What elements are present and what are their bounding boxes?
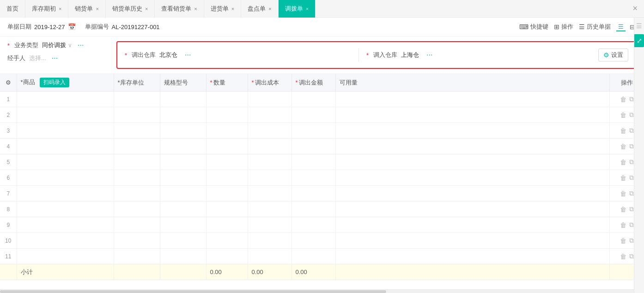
delete-icon[interactable]: 🗑 [620,237,626,244]
row-cost[interactable] [248,139,292,154]
tab-transfer-close[interactable]: × [306,6,309,12]
tab-transfer[interactable]: 调拨单 × [279,0,316,18]
delete-icon[interactable]: 🗑 [620,143,626,150]
tab-home[interactable]: 首页 [0,0,25,18]
row-qty[interactable] [206,186,248,201]
warehouse-in-more-icon[interactable]: ··· [426,51,432,59]
row-qty[interactable] [206,201,248,217]
biz-type-more-icon[interactable]: ··· [78,41,84,49]
tab-view-sales-close[interactable]: × [194,6,197,12]
delete-icon[interactable]: 🗑 [620,127,626,134]
tab-purchase[interactable]: 进货单 × [204,0,241,18]
ops-button[interactable]: ⊞ 操作 [554,23,573,31]
row-amount[interactable] [292,154,335,170]
row-product[interactable] [17,123,114,139]
row-amount[interactable] [292,92,335,107]
row-qty[interactable] [206,107,248,123]
tab-inventory-init[interactable]: 库存期初 × [25,0,68,18]
row-qty[interactable] [206,92,248,107]
agent-placeholder[interactable]: 选择... [29,54,46,62]
row-amount[interactable] [292,170,335,186]
row-amount[interactable] [292,233,335,249]
delete-icon[interactable]: 🗑 [620,221,626,229]
tab-sales-order[interactable]: 销货单 × [68,0,105,18]
row-cost[interactable] [248,154,292,170]
row-cost[interactable] [248,92,292,107]
delete-icon[interactable]: 🗑 [620,159,626,166]
biz-type-select[interactable]: 同价调拨 ∨ [42,41,72,49]
copy-icon[interactable]: ⧉ [629,111,634,119]
row-product[interactable] [17,154,114,170]
delete-icon[interactable]: 🗑 [620,96,626,103]
row-qty[interactable] [206,233,248,249]
row-amount[interactable] [292,186,335,201]
row-amount[interactable] [292,217,335,233]
barcode-button[interactable]: 扫码录入 [40,78,69,87]
row-qty[interactable] [206,154,248,170]
row-cost[interactable] [248,123,292,139]
sidebar-list-icon[interactable]: ☰ [636,22,642,30]
row-product[interactable] [17,107,114,123]
agent-more-icon[interactable]: ··· [52,54,58,62]
row-product[interactable] [17,249,114,264]
tab-sales-history[interactable]: 销货单历史 × [106,0,155,18]
shortcuts-button[interactable]: ⌨ 快捷键 [519,23,548,31]
copy-icon[interactable]: ⧉ [629,95,634,103]
history-button[interactable]: ☰ 历史单据 [579,23,611,31]
row-amount[interactable] [292,201,335,217]
tab-inventory-check-close[interactable]: × [268,6,271,12]
tab-inventory-check[interactable]: 盘点单 × [241,0,278,18]
delete-icon[interactable]: 🗑 [620,253,626,260]
horizontal-scrollbar[interactable] [0,289,644,293]
app-close-button[interactable]: × [626,0,644,18]
row-product[interactable] [17,92,114,107]
layout-icon-list[interactable]: ☰ [616,22,626,31]
row-amount[interactable] [292,139,335,154]
row-cost[interactable] [248,201,292,217]
tab-sales-order-close[interactable]: × [96,6,98,12]
row-qty[interactable] [206,249,248,264]
row-amount[interactable] [292,123,335,139]
row-product[interactable] [17,170,114,186]
copy-icon[interactable]: ⧉ [629,174,634,182]
row-cost[interactable] [248,186,292,201]
copy-icon[interactable]: ⧉ [629,221,634,229]
delete-icon[interactable]: 🗑 [620,206,626,213]
row-cost[interactable] [248,233,292,249]
row-qty[interactable] [206,123,248,139]
setting-button[interactable]: ⚙ 设置 [598,49,628,61]
row-cost[interactable] [248,217,292,233]
calendar-icon[interactable]: 📅 [68,23,76,31]
copy-icon[interactable]: ⧉ [629,142,634,150]
tab-sales-history-close[interactable]: × [145,6,148,12]
row-product[interactable] [17,233,114,249]
sidebar-expand-icon[interactable]: ⤢ [634,34,644,47]
row-qty[interactable] [206,139,248,154]
copy-icon[interactable]: ⧉ [629,127,634,134]
tab-purchase-close[interactable]: × [231,6,234,12]
delete-icon[interactable]: 🗑 [620,190,626,197]
row-amount[interactable] [292,107,335,123]
row-amount[interactable] [292,249,335,264]
row-cost[interactable] [248,249,292,264]
copy-icon[interactable]: ⧉ [629,205,634,213]
row-cost[interactable] [248,170,292,186]
row-qty[interactable] [206,170,248,186]
scrollbar-thumb[interactable] [0,290,386,293]
row-product[interactable] [17,217,114,233]
tab-inventory-init-close[interactable]: × [59,6,61,12]
copy-icon[interactable]: ⧉ [629,237,634,244]
copy-icon[interactable]: ⧉ [629,158,634,166]
tab-view-sales[interactable]: 查看销货单 × [155,0,204,18]
row-cost[interactable] [248,107,292,123]
delete-icon[interactable]: 🗑 [620,174,626,182]
warehouse-out-more-icon[interactable]: ··· [185,51,191,59]
copy-icon[interactable]: ⧉ [629,252,634,260]
row-product[interactable] [17,201,114,217]
delete-icon[interactable]: 🗑 [620,111,626,119]
copy-icon[interactable]: ⧉ [629,189,634,197]
row-qty[interactable] [206,217,248,233]
row-product[interactable] [17,186,114,201]
row-product[interactable] [17,139,114,154]
col-gear[interactable]: ⚙ [0,74,17,92]
